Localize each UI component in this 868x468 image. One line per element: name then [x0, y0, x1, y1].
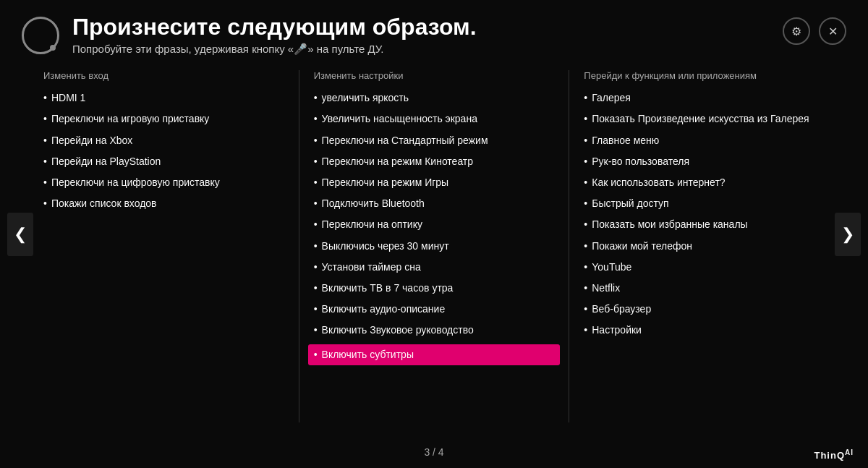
bullet-icon: • [314, 91, 318, 104]
list-item[interactable]: • Netflix [584, 281, 825, 294]
bullet-icon: • [584, 281, 587, 294]
list-item[interactable]: • Веб-браузер [584, 302, 825, 315]
next-page-button[interactable]: ❯ [835, 213, 861, 256]
pagination: 3 / 4 [424, 446, 443, 458]
pagination-label: 3 / 4 [424, 446, 443, 458]
list-item[interactable]: • Переключи на оптику [314, 218, 555, 231]
col1-title: Изменить вход [43, 70, 284, 81]
list-item[interactable]: • Переключи на цифровую приставку [43, 176, 284, 189]
bullet-icon: • [43, 91, 47, 104]
list-item[interactable]: • Показать Произведение искусства из Гал… [584, 112, 825, 125]
bullet-icon: • [314, 218, 318, 231]
list-item[interactable]: • Включить аудио-описание [314, 302, 555, 315]
header-icons: ⚙ ✕ [783, 14, 846, 45]
list-item[interactable]: • Галерея [584, 91, 825, 104]
bullet-icon: • [584, 155, 587, 168]
list-item[interactable]: • Главное меню [584, 134, 825, 147]
column-change-input: Изменить вход • HDMI 1 • Переключи на иг… [43, 70, 299, 422]
bullet-icon: • [43, 112, 47, 125]
bullet-icon: • [314, 112, 318, 125]
list-item[interactable]: • YouTube [584, 260, 825, 273]
bullet-icon: • [314, 197, 318, 210]
list-item[interactable]: • Перейди на PlayStation [43, 155, 284, 168]
list-item[interactable]: • Подключить Bluetooth [314, 197, 555, 210]
bullet-icon: • [584, 197, 587, 210]
bullet-icon: • [584, 239, 587, 252]
header: Произнесите следующим образом. Попробуйт… [0, 0, 868, 63]
bullet-icon: • [43, 155, 47, 168]
list-item[interactable]: • Увеличить насыщенность экрана [314, 112, 555, 125]
bullet-icon: • [314, 260, 318, 273]
col3-list: • Галерея • Показать Произведение искусс… [584, 91, 825, 336]
close-button[interactable]: ✕ [819, 17, 846, 45]
list-item[interactable]: • Выключись через 30 минут [314, 239, 555, 252]
settings-button[interactable]: ⚙ [783, 17, 810, 45]
list-item[interactable]: • Показать мои избранные каналы [584, 218, 825, 231]
col1-list: • HDMI 1 • Переключи на игровую приставк… [43, 91, 284, 210]
page-title: Произнесите следующим образом. [72, 14, 477, 40]
col3-title: Перейди к функциям или приложениям [584, 70, 825, 81]
header-text: Произнесите следующим образом. Попробуйт… [72, 14, 477, 56]
bullet-icon: • [584, 91, 587, 104]
list-item[interactable]: • HDMI 1 [43, 91, 284, 104]
prev-page-button[interactable]: ❮ [7, 213, 33, 256]
column-change-settings: Изменить настройки • увеличить яркость •… [299, 70, 570, 422]
list-item[interactable]: • Быстрый доступ [584, 197, 825, 210]
list-item[interactable]: • Как использовать интернет? [584, 176, 825, 189]
page-subtitle: Попробуйте эти фразы, удерживая кнопку «… [72, 43, 477, 56]
list-item[interactable]: • Покажи мой телефон [584, 239, 825, 252]
bullet-icon: • [314, 323, 318, 336]
logo-circle [22, 17, 59, 54]
list-item[interactable]: • Переключи на режим Игры [314, 176, 555, 189]
col2-list: • увеличить яркость • Увеличить насыщенн… [314, 91, 555, 365]
bullet-icon: • [584, 112, 587, 125]
list-item[interactable]: • Включить Звуковое руководство [314, 323, 555, 336]
list-item[interactable]: • Покажи список входов [43, 197, 284, 210]
bullet-icon: • [43, 176, 47, 189]
list-item[interactable]: • Рук-во пользователя [584, 155, 825, 168]
list-item[interactable]: • Перейди на Xbox [43, 134, 284, 147]
bullet-icon: • [314, 281, 318, 294]
bullet-icon: • [314, 302, 318, 315]
thinq-logo: ThinQAI [814, 448, 854, 461]
list-item[interactable]: • Переключи на режим Кинотеатр [314, 155, 555, 168]
bullet-icon: • [584, 302, 587, 315]
list-item[interactable]: • Переключи на игровую приставку [43, 112, 284, 125]
main-content: Изменить вход • HDMI 1 • Переключи на иг… [0, 63, 868, 422]
column-goto-features: Перейди к функциям или приложениям • Гал… [569, 70, 825, 422]
bullet-icon: • [314, 134, 318, 147]
header-left: Произнесите следующим образом. Попробуйт… [22, 14, 477, 56]
bullet-icon: • [314, 155, 318, 168]
list-item[interactable]: • Настройки [584, 323, 825, 336]
bullet-icon: • [584, 134, 587, 147]
bullet-icon: • [584, 323, 587, 336]
brand-name: ThinQ [814, 450, 845, 461]
bullet-icon: • [314, 239, 318, 252]
bullet-icon: • [43, 134, 47, 147]
brand-superscript: AI [845, 448, 854, 456]
list-item[interactable]: • Включить ТВ в 7 часов утра [314, 281, 555, 294]
list-item-highlighted[interactable]: • Включить субтитры [308, 344, 561, 365]
col2-title: Изменить настройки [314, 70, 555, 81]
list-item[interactable]: • Установи таймер сна [314, 260, 555, 273]
bullet-icon: • [314, 348, 318, 361]
list-item[interactable]: • увеличить яркость [314, 91, 555, 104]
bullet-icon: • [43, 197, 47, 210]
list-item[interactable]: • Переключи на Стандартный режим [314, 134, 555, 147]
bullet-icon: • [584, 218, 587, 231]
bullet-icon: • [314, 176, 318, 189]
bullet-icon: • [584, 260, 587, 273]
bullet-icon: • [584, 176, 587, 189]
